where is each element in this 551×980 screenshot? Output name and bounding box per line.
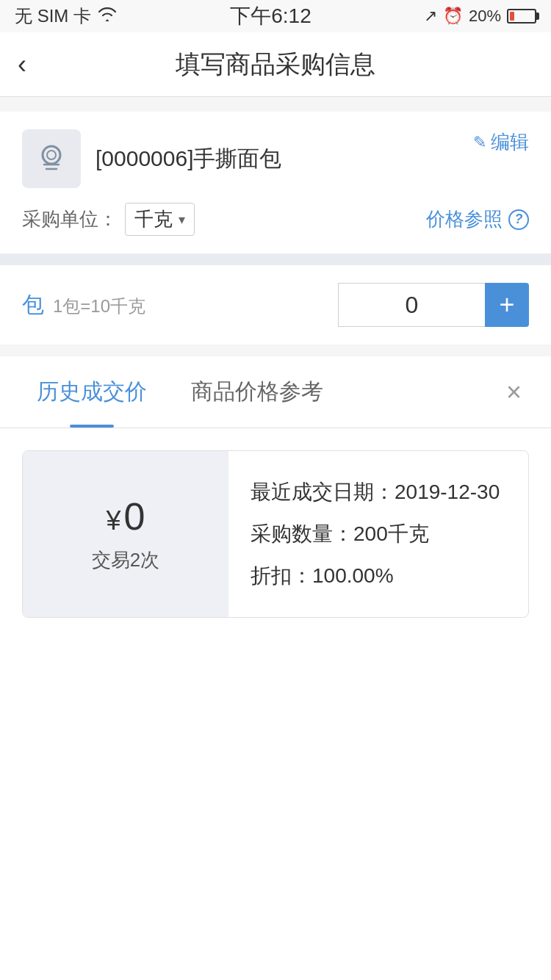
quantity-plus-button[interactable]: + <box>485 283 529 327</box>
discount-value: 100.00% <box>312 564 394 587</box>
tab-history-price[interactable]: 历史成交价 <box>22 356 162 428</box>
back-button[interactable]: ‹ <box>18 49 26 80</box>
product-unit-row: 采购单位： 千克 ▾ 价格参照 ? <box>22 203 529 236</box>
page-title: 填写商品采购信息 <box>176 48 375 82</box>
history-content: ¥0 交易2次 最近成交日期：2019-12-30 采购数量：200千克 折扣：… <box>0 428 551 640</box>
price-detail-discount: 折扣：100.00% <box>251 561 506 590</box>
price-display: ¥0 <box>107 494 145 538</box>
battery-indicator <box>507 9 536 24</box>
quantity-unit: 包 <box>22 290 44 320</box>
date-value: 2019-12-30 <box>395 480 500 503</box>
status-bar: 无 SIM 卡 下午6:12 ↗ ⏰ 20% <box>0 0 551 32</box>
discount-label: 折扣： <box>251 564 312 587</box>
section-divider <box>0 253 551 265</box>
tabs-list: 历史成交价 商品价格参考 <box>22 356 338 428</box>
wifi-icon <box>97 6 118 26</box>
status-right: ↗ ⏰ 20% <box>424 7 536 26</box>
nav-bar: ‹ 填写商品采购信息 <box>0 32 551 97</box>
quantity-label: 包 1包=10千克 <box>22 290 145 320</box>
price-card: ¥0 交易2次 最近成交日期：2019-12-30 采购数量：200千克 折扣：… <box>22 450 529 618</box>
tab-product-price-ref[interactable]: 商品价格参考 <box>176 356 338 428</box>
unit-label: 采购单位： <box>22 206 118 232</box>
battery-percent: 20% <box>469 7 501 26</box>
product-name: [0000006]手撕面包 <box>96 144 281 174</box>
status-left: 无 SIM 卡 <box>15 4 118 28</box>
location-icon: ↗ <box>424 7 437 26</box>
price-ref-button[interactable]: 价格参照 ? <box>426 206 529 232</box>
unit-arrow-icon: ▾ <box>179 212 185 228</box>
currency-symbol: ¥ <box>107 505 121 536</box>
product-header: [0000006]手撕面包 ✎ 编辑 <box>22 129 529 188</box>
main-content-area <box>0 640 551 980</box>
price-detail-quantity: 采购数量：200千克 <box>251 519 506 548</box>
quantity-value: 200千克 <box>353 522 429 545</box>
price-card-left: ¥0 交易2次 <box>23 451 228 617</box>
price-ref-icon: ? <box>508 209 529 230</box>
quantity-input-group: + <box>338 283 529 327</box>
unit-value: 千克 <box>134 206 173 232</box>
edit-button[interactable]: ✎ 编辑 <box>473 129 529 155</box>
product-card: [0000006]手撕面包 ✎ 编辑 采购单位： 千克 ▾ 价格参照 ? <box>0 112 551 253</box>
price-card-right: 最近成交日期：2019-12-30 采购数量：200千克 折扣：100.00% <box>228 451 528 617</box>
quantity-label: 采购数量： <box>251 522 353 545</box>
status-time: 下午6:12 <box>230 2 311 30</box>
alarm-icon: ⏰ <box>443 7 463 26</box>
trade-count: 交易2次 <box>92 547 159 573</box>
carrier-label: 无 SIM 卡 <box>15 4 91 28</box>
price-detail-date: 最近成交日期：2019-12-30 <box>251 478 506 506</box>
quantity-row: 包 1包=10千克 + <box>0 265 551 345</box>
edit-icon: ✎ <box>473 133 486 152</box>
svg-point-1 <box>47 151 56 159</box>
date-label: 最近成交日期： <box>251 480 395 503</box>
product-image <box>22 129 81 188</box>
svg-point-0 <box>43 146 60 164</box>
tabs-container: 历史成交价 商品价格参考 × <box>0 356 551 428</box>
quantity-conversion: 1包=10千克 <box>53 295 145 318</box>
unit-select[interactable]: 千克 ▾ <box>125 203 195 236</box>
edit-label: 编辑 <box>491 129 529 155</box>
price-amount: 0 <box>124 495 145 538</box>
price-ref-label: 价格参照 <box>426 206 503 232</box>
product-left: [0000006]手撕面包 <box>22 129 281 188</box>
tab-close-button[interactable]: × <box>499 370 529 415</box>
quantity-input[interactable] <box>338 283 485 327</box>
